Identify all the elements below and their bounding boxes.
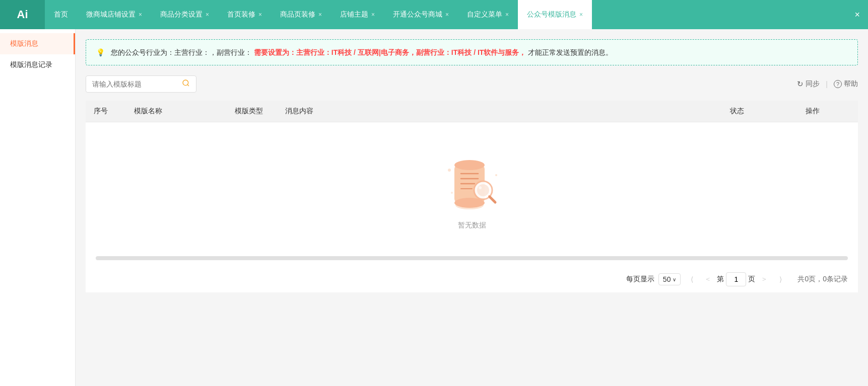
pagination: 每页显示 50 ∨ ⟨ ＜ 第 页 ＞ ⟩ 共0页，0条记录 (86, 266, 858, 292)
table-header: 序号模版名称模版类型消息内容状态操作 (86, 101, 858, 122)
sync-button[interactable]: ↻ 同步 (797, 80, 820, 89)
sync-label: 同步 (806, 80, 820, 89)
nav-tab-home[interactable]: 首页 (45, 0, 77, 29)
svg-point-14 (479, 186, 482, 189)
nav-tab-home-decor[interactable]: 首页装修× (218, 0, 271, 29)
logo: Ai (0, 0, 45, 29)
tab-close-icon[interactable]: × (505, 11, 509, 18)
sidebar-item-template-msg-record[interactable]: 模版消息记录 (0, 54, 75, 75)
svg-point-11 (477, 184, 489, 196)
help-label: 帮助 (844, 80, 858, 89)
search-right: ↻ 同步 | ? 帮助 (797, 80, 858, 89)
total-info: 共0页，0条记录 (797, 275, 848, 284)
svg-point-0 (183, 80, 188, 86)
table-body: 暂无数据 (86, 122, 858, 251)
nav-tab-product-page-decor[interactable]: 商品页装修× (271, 0, 331, 29)
tab-label: 首页 (54, 10, 68, 19)
search-bar: ↻ 同步 | ? 帮助 (86, 75, 858, 93)
scrollbar-row (86, 250, 858, 266)
help-button[interactable]: ? 帮助 (834, 80, 858, 89)
data-table: 序号模版名称模版类型消息内容状态操作 (86, 101, 858, 250)
last-page-button[interactable]: ⟩ (773, 272, 787, 286)
notice-icon: 💡 (96, 48, 105, 56)
empty-illustration (442, 152, 502, 213)
main-layout: 模版消息模版消息记录 💡 您的公众号行业为：主营行业：，副营行业： 需要设置为：… (0, 29, 868, 386)
nav-tab-product-category[interactable]: 商品分类设置× (151, 0, 218, 29)
empty-row: 暂无数据 (86, 122, 858, 251)
first-page-button[interactable]: ⟨ (685, 272, 699, 286)
page-input[interactable] (726, 272, 746, 286)
search-left (86, 75, 196, 93)
help-icon: ? (834, 80, 842, 88)
close-all-button[interactable]: × (846, 0, 868, 29)
tab-close-icon[interactable]: × (206, 11, 209, 18)
page-unit: 页 (748, 275, 755, 284)
svg-line-1 (187, 85, 189, 86)
sync-icon: ↻ (797, 80, 804, 89)
nav-tab-template-msg[interactable]: 公众号模版消息× (518, 0, 592, 29)
nav-tab-open-mall[interactable]: 开通公众号商城× (384, 0, 458, 29)
nav-tab-custom-menu[interactable]: 自定义菜单× (458, 0, 518, 29)
nav-tab-wechat-shop[interactable]: 微商城店铺设置× (77, 0, 151, 29)
tab-close-icon[interactable]: × (318, 11, 322, 18)
tab-close-icon[interactable]: × (139, 11, 142, 18)
tab-close-icon[interactable]: × (258, 11, 262, 18)
svg-point-17 (451, 192, 453, 194)
per-page-value: 50 (663, 275, 671, 283)
tab-label: 首页装修 (227, 10, 255, 19)
col-type: 模版类型 (227, 101, 277, 122)
empty-state: 暂无数据 (86, 122, 858, 250)
search-input[interactable] (86, 77, 177, 91)
tab-close-icon[interactable]: × (579, 11, 583, 18)
prev-page-button[interactable]: ＜ (701, 272, 715, 286)
page-nav: ⟨ ＜ 第 页 ＞ ⟩ (685, 272, 787, 286)
search-button[interactable] (177, 76, 195, 92)
sidebar-item-template-msg[interactable]: 模版消息 (0, 33, 75, 54)
per-page-dropdown[interactable]: 50 ∨ (658, 273, 681, 285)
tab-label: 自定义菜单 (467, 10, 502, 19)
notice-suffix: 才能正常发送预置的消息。 (528, 48, 613, 56)
notice-prefix: 您的公众号行业为：主营行业：，副营行业： (111, 48, 252, 56)
top-nav: Ai 首页微商城店铺设置×商品分类设置×首页装修×商品页装修×店铺主题×开通公众… (0, 0, 868, 29)
sidebar: 模版消息模版消息记录 (0, 29, 76, 386)
tab-label: 商品页装修 (280, 10, 315, 19)
next-page-button[interactable]: ＞ (757, 272, 771, 286)
nav-tab-shop-theme[interactable]: 店铺主题× (331, 0, 384, 29)
chevron-down-icon: ∨ (673, 277, 676, 282)
nav-tabs: 首页微商城店铺设置×商品分类设置×首页装修×商品页装修×店铺主题×开通公众号商城… (45, 0, 846, 29)
page-label: 第 (717, 275, 724, 284)
col-content: 消息内容 (277, 101, 722, 122)
col-action: 操作 (797, 101, 858, 122)
table-header-row: 序号模版名称模版类型消息内容状态操作 (86, 101, 858, 122)
nav-divider: | (826, 80, 828, 88)
svg-point-16 (495, 174, 497, 176)
notice-highlight: 需要设置为：主营行业：IT科技 / 互联网|电子商务，副营行业：IT科技 / I… (254, 48, 526, 56)
empty-text: 暂无数据 (458, 221, 486, 230)
tab-label: 开通公众号商城 (393, 10, 442, 19)
per-page-select: 每页显示 50 ∨ (626, 273, 681, 285)
col-name: 模版名称 (126, 101, 227, 122)
col-index: 序号 (86, 101, 126, 122)
content-area: 💡 您的公众号行业为：主营行业：，副营行业： 需要设置为：主营行业：IT科技 /… (76, 29, 868, 386)
svg-point-4 (454, 160, 485, 170)
search-input-wrap (86, 75, 196, 93)
per-page-label: 每页显示 (626, 275, 654, 284)
tab-label: 店铺主题 (340, 10, 368, 19)
tab-close-icon[interactable]: × (371, 11, 375, 18)
svg-point-15 (448, 169, 451, 172)
tab-label: 微商城店铺设置 (86, 10, 136, 19)
col-status: 状态 (722, 101, 797, 122)
tab-label: 公众号模版消息 (527, 10, 576, 19)
scrollbar-track[interactable] (96, 256, 848, 260)
tab-label: 商品分类设置 (160, 10, 203, 19)
svg-line-13 (490, 197, 495, 202)
tab-close-icon[interactable]: × (445, 11, 449, 18)
notice-box: 💡 您的公众号行业为：主营行业：，副营行业： 需要设置为：主营行业：IT科技 /… (86, 39, 858, 65)
